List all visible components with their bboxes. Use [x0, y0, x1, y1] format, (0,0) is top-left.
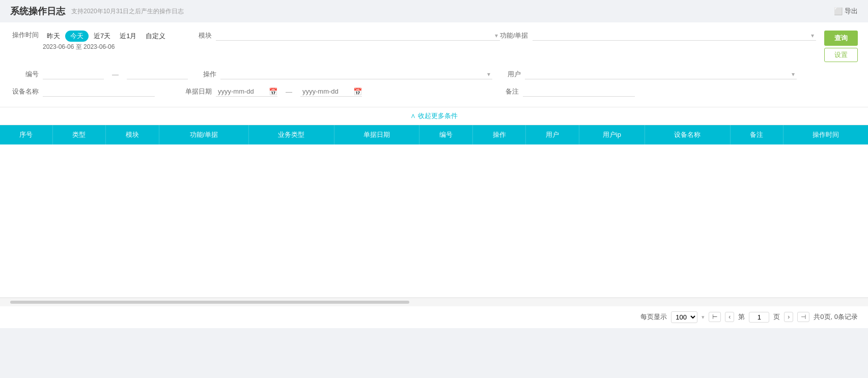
first-page-button[interactable]: ⊢ — [709, 312, 721, 322]
last-page-button[interactable]: ⊣ — [797, 312, 809, 322]
col-type: 类型 — [52, 125, 105, 144]
col-op-time: 操作时间 — [783, 125, 868, 144]
calendar-from-icon[interactable]: 📅 — [269, 88, 277, 96]
operation-filter: 操作 ▾ — [188, 69, 492, 79]
voucher-date-to-wrapper: 📅 — [300, 86, 362, 97]
col-user-ip: 用户ip — [579, 125, 645, 144]
collapse-icon: ∧ — [410, 112, 416, 120]
module-select[interactable] — [216, 31, 500, 40]
time-filter-section: 操作时间 昨天 今天 近7天 近1月 自定义 2023-06-06 至 2023… — [10, 31, 183, 51]
header-row: 序号 类型 模块 功能/单据 业务类型 单据日期 编号 操作 用户 用户ip 设… — [0, 125, 868, 144]
number-input-from[interactable] — [43, 69, 104, 79]
user-select[interactable] — [525, 69, 797, 79]
device-filter: 设备名称 — [10, 86, 183, 97]
col-device: 设备名称 — [645, 125, 730, 144]
prev-page-button[interactable]: ‹ — [725, 312, 734, 322]
collapse-bar[interactable]: ∧ 收起更多条件 — [0, 107, 868, 125]
function-filter: 功能/单据 ▾ — [500, 31, 817, 41]
date-dash: — — [286, 88, 292, 96]
page-title: 系统操作日志 — [10, 5, 65, 17]
per-page-label: 每页显示 — [640, 312, 667, 322]
page-number-input[interactable] — [749, 312, 769, 323]
remark-input[interactable] — [523, 86, 635, 97]
total-text: 共0页, 0条记录 — [814, 312, 858, 322]
module-label: 模块 — [183, 31, 212, 40]
header-left: 系统操作日志 支持2020年10月31日之后产生的操作日志 — [10, 5, 184, 17]
operation-select-wrapper[interactable]: ▾ — [220, 69, 492, 79]
function-select-wrapper[interactable]: ▾ — [533, 31, 817, 41]
number-input-to[interactable] — [127, 69, 188, 79]
page-suffix: 页 — [773, 312, 780, 322]
collapse-label: 收起更多条件 — [418, 112, 458, 120]
pagination: 每页显示 50 100 200 500 ▾ ⊢ ‹ 第 页 › ⊣ 共0页, 0… — [0, 306, 868, 328]
data-table: 序号 类型 模块 功能/单据 业务类型 单据日期 编号 操作 用户 用户ip 设… — [0, 125, 868, 298]
page-subtitle: 支持2020年10月31日之后产生的操作日志 — [71, 7, 184, 16]
col-seq: 序号 — [0, 125, 52, 144]
settings-button[interactable]: 设置 — [824, 48, 858, 62]
number-dash: — — [112, 71, 119, 78]
table-body — [0, 144, 868, 297]
col-biz-type: 业务类型 — [249, 125, 334, 144]
filter-row-3: 设备名称 单据日期 📅 — 📅 备注 — [10, 86, 858, 97]
voucher-date-label: 单据日期 — [183, 87, 212, 96]
remark-filter: 备注 — [490, 86, 797, 97]
voucher-date-from-wrapper: 📅 — [216, 86, 277, 97]
col-operation: 操作 — [472, 125, 525, 144]
col-user: 用户 — [526, 125, 579, 144]
time-btn-custom[interactable]: 自定义 — [142, 31, 170, 42]
operation-select[interactable] — [220, 69, 492, 79]
query-button[interactable]: 查询 — [824, 31, 858, 46]
operation-label: 操作 — [188, 70, 216, 79]
page-label: 第 — [738, 312, 745, 322]
col-module: 模块 — [106, 125, 159, 144]
page-size-arrow: ▾ — [702, 314, 705, 321]
col-voucher-date: 单据日期 — [334, 125, 419, 144]
next-page-button[interactable]: › — [784, 312, 793, 322]
page-size-select[interactable]: 50 100 200 500 — [671, 311, 697, 323]
user-label: 用户 — [492, 70, 521, 79]
col-function: 功能/单据 — [159, 125, 248, 144]
date-range-display: 2023-06-06 至 2023-06-06 — [43, 43, 170, 51]
scroll-bar-area[interactable] — [0, 298, 868, 306]
function-label: 功能/单据 — [500, 31, 528, 40]
voucher-date-to[interactable] — [300, 86, 351, 96]
calendar-to-icon[interactable]: 📅 — [353, 88, 362, 96]
device-input[interactable] — [43, 86, 155, 97]
time-btn-yesterday[interactable]: 昨天 — [43, 31, 64, 42]
time-label: 操作时间 — [10, 31, 39, 40]
number-label: 编号 — [10, 70, 39, 79]
export-label: 导出 — [845, 7, 858, 16]
time-btn-today[interactable]: 今天 — [65, 31, 89, 42]
time-btn-1month[interactable]: 近1月 — [116, 31, 141, 42]
voucher-date-filter: 单据日期 📅 — 📅 — [183, 86, 490, 97]
filter-row-2: 编号 — 操作 ▾ 用户 ▾ — [10, 69, 858, 79]
device-label: 设备名称 — [10, 87, 39, 96]
time-buttons: 昨天 今天 近7天 近1月 自定义 — [43, 31, 170, 42]
time-btn-7days[interactable]: 近7天 — [90, 31, 115, 42]
remark-label: 备注 — [490, 87, 519, 96]
table-container: 序号 类型 模块 功能/单据 业务类型 单据日期 编号 操作 用户 用户ip 设… — [0, 125, 868, 298]
function-select[interactable] — [533, 31, 817, 40]
module-select-wrapper[interactable]: ▾ — [216, 31, 500, 41]
user-select-wrapper[interactable]: ▾ — [525, 69, 797, 79]
action-buttons: 查询 设置 — [824, 31, 858, 62]
module-filter: 模块 ▾ — [183, 31, 500, 41]
empty-cell — [0, 144, 868, 297]
col-number: 编号 — [419, 125, 472, 144]
empty-row — [0, 144, 868, 297]
export-button[interactable]: ⬜ 导出 — [834, 7, 858, 16]
table-header: 序号 类型 模块 功能/单据 业务类型 单据日期 编号 操作 用户 用户ip 设… — [0, 125, 868, 144]
scroll-thumb — [10, 301, 409, 304]
col-remark: 备注 — [730, 125, 783, 144]
number-filter: 编号 — — [10, 69, 188, 79]
voucher-date-from[interactable] — [216, 86, 267, 96]
user-filter: 用户 ▾ — [492, 69, 797, 79]
export-icon: ⬜ — [834, 7, 843, 15]
page-header: 系统操作日志 支持2020年10月31日之后产生的操作日志 ⬜ 导出 — [0, 0, 868, 22]
filter-panel: 操作时间 昨天 今天 近7天 近1月 自定义 2023-06-06 至 2023… — [0, 22, 868, 107]
